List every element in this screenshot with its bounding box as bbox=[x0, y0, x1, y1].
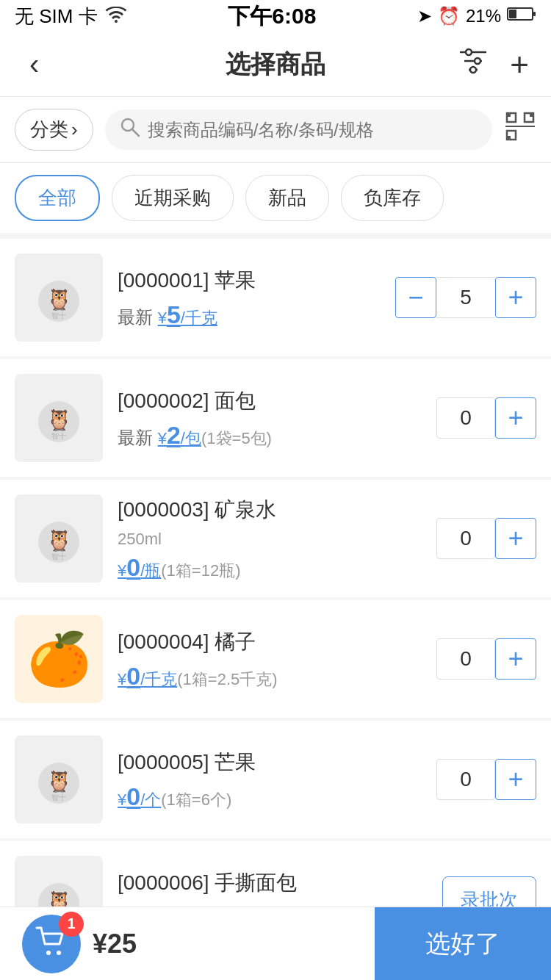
svg-rect-2 bbox=[509, 10, 516, 18]
svg-line-10 bbox=[132, 129, 139, 136]
quantity-control: + bbox=[436, 759, 536, 800]
add-button[interactable]: + bbox=[510, 46, 529, 83]
product-name: [0000001] 苹果 bbox=[118, 267, 381, 295]
product-item: 🦉 智十 [0000001] 苹果 最新 ¥5/千克 − + bbox=[0, 239, 551, 356]
back-button[interactable]: ‹ bbox=[22, 40, 46, 88]
product-list: 🦉 智十 [0000001] 苹果 最新 ¥5/千克 − + 🦉智十 [0000… bbox=[0, 239, 551, 980]
svg-rect-12 bbox=[507, 113, 511, 117]
status-time: 下午6:08 bbox=[228, 1, 316, 32]
footer: 1 ¥25 选好了 bbox=[0, 907, 551, 980]
cart-area: 1 ¥25 bbox=[0, 915, 375, 973]
svg-rect-14 bbox=[530, 113, 533, 117]
quantity-control: + bbox=[436, 518, 536, 559]
product-item: 🦉智十 [0000002] 面包 最新 ¥2/包(1袋=5包) + bbox=[0, 359, 551, 477]
svg-point-8 bbox=[470, 67, 476, 73]
alarm-icon: ⏰ bbox=[438, 6, 460, 26]
product-image: 🦉智十 bbox=[15, 494, 103, 583]
search-input-wrap bbox=[105, 109, 492, 150]
product-info: [0000004] 橘子 ¥0/千克(1箱=2.5千克) bbox=[118, 628, 422, 691]
product-item: 🦉智十 [0000005] 芒果 ¥0/个(1箱=6个) + bbox=[0, 721, 551, 838]
svg-text:🦉: 🦉 bbox=[46, 769, 72, 793]
quantity-input[interactable] bbox=[436, 638, 495, 680]
nav-actions: + bbox=[458, 46, 529, 83]
quantity-plus-button[interactable]: + bbox=[495, 397, 536, 439]
svg-text:🦉: 🦉 bbox=[46, 528, 72, 552]
page-title: 选择商品 bbox=[226, 48, 325, 82]
product-item: 🍊 [0000004] 橘子 ¥0/千克(1箱=2.5千克) + bbox=[0, 600, 551, 718]
product-price: ¥0/千克(1箱=2.5千克) bbox=[118, 662, 422, 691]
battery-level: 21% bbox=[466, 6, 501, 26]
svg-text:智十: 智十 bbox=[51, 432, 66, 440]
product-item: 🦉智十 [0000003] 矿泉水 250ml ¥0/瓶(1箱=12瓶) + bbox=[0, 480, 551, 597]
cart-total: ¥25 bbox=[93, 929, 137, 959]
product-info: [0000002] 面包 最新 ¥2/包(1袋=5包) bbox=[118, 387, 422, 450]
product-info: [0000005] 芒果 ¥0/个(1箱=6个) bbox=[118, 749, 422, 811]
cart-button[interactable]: 1 bbox=[22, 915, 81, 973]
battery-icon bbox=[507, 6, 536, 26]
quantity-input[interactable] bbox=[436, 759, 495, 800]
quantity-plus-button[interactable]: + bbox=[495, 759, 536, 800]
product-spec: 250ml bbox=[118, 530, 422, 549]
product-price: ¥0/瓶(1箱=12瓶) bbox=[118, 553, 422, 582]
tab-new[interactable]: 新品 bbox=[245, 175, 329, 221]
product-name: [0000006] 手撕面包 bbox=[118, 869, 428, 897]
quantity-plus-button[interactable]: + bbox=[495, 277, 536, 318]
quantity-control: + bbox=[436, 397, 536, 439]
product-name: [0000004] 橘子 bbox=[118, 628, 422, 656]
quantity-input[interactable] bbox=[436, 277, 495, 318]
svg-text:🦉: 🦉 bbox=[46, 287, 72, 311]
quantity-plus-button[interactable]: + bbox=[495, 518, 536, 559]
svg-text:智十: 智十 bbox=[51, 552, 66, 561]
product-name: [0000005] 芒果 bbox=[118, 749, 422, 777]
scan-icon[interactable] bbox=[504, 110, 536, 149]
product-name: [0000002] 面包 bbox=[118, 387, 422, 415]
product-image: 🦉智十 bbox=[15, 735, 103, 824]
status-right: ➤ ⏰ 21% bbox=[417, 6, 536, 26]
search-icon bbox=[120, 117, 140, 143]
cart-badge: 1 bbox=[59, 912, 84, 937]
tabs-bar: 全部 近期采购 新品 负库存 bbox=[0, 163, 551, 239]
confirm-button[interactable]: 选好了 bbox=[375, 907, 551, 981]
svg-text:智十: 智十 bbox=[51, 793, 66, 801]
svg-text:🦉: 🦉 bbox=[46, 408, 72, 432]
product-price: 最新 ¥2/包(1袋=5包) bbox=[118, 421, 422, 450]
quantity-input[interactable] bbox=[436, 518, 495, 559]
product-price: 最新 ¥5/千克 bbox=[118, 300, 381, 329]
product-info: [0000003] 矿泉水 250ml ¥0/瓶(1箱=12瓶) bbox=[118, 496, 422, 582]
product-image: 🦉智十 bbox=[15, 374, 103, 462]
search-input[interactable] bbox=[148, 120, 478, 140]
svg-point-35 bbox=[57, 951, 61, 955]
product-name: [0000003] 矿泉水 bbox=[118, 496, 422, 524]
search-bar: 分类 › bbox=[0, 97, 551, 163]
product-price: ¥0/个(1箱=6个) bbox=[118, 782, 422, 811]
quantity-control: + bbox=[436, 638, 536, 680]
filter-icon[interactable] bbox=[458, 48, 488, 81]
nav-bar: ‹ 选择商品 + bbox=[0, 32, 551, 97]
tab-recent[interactable]: 近期采购 bbox=[112, 175, 234, 221]
tab-negative[interactable]: 负库存 bbox=[341, 175, 444, 221]
location-icon: ➤ bbox=[417, 6, 432, 26]
product-image: 🦉 智十 bbox=[15, 253, 103, 342]
chevron-right-icon: › bbox=[71, 118, 78, 141]
svg-point-7 bbox=[475, 58, 480, 64]
product-image: 🍊 bbox=[15, 615, 103, 703]
quantity-control: − + bbox=[395, 277, 536, 318]
quantity-input[interactable] bbox=[436, 397, 495, 439]
svg-point-34 bbox=[46, 951, 51, 955]
svg-rect-1 bbox=[533, 12, 536, 16]
sim-status: 无 SIM 卡 bbox=[15, 4, 98, 29]
svg-rect-16 bbox=[507, 136, 511, 140]
svg-text:智十: 智十 bbox=[51, 311, 66, 320]
product-info: [0000001] 苹果 最新 ¥5/千克 bbox=[118, 267, 381, 329]
wifi-icon bbox=[105, 5, 127, 28]
category-button[interactable]: 分类 › bbox=[15, 109, 93, 151]
status-left: 无 SIM 卡 bbox=[15, 4, 127, 29]
quantity-minus-button[interactable]: − bbox=[395, 277, 436, 318]
svg-point-6 bbox=[466, 49, 472, 55]
status-bar: 无 SIM 卡 下午6:08 ➤ ⏰ 21% bbox=[0, 0, 551, 32]
tab-all[interactable]: 全部 bbox=[15, 175, 100, 221]
quantity-plus-button[interactable]: + bbox=[495, 638, 536, 680]
